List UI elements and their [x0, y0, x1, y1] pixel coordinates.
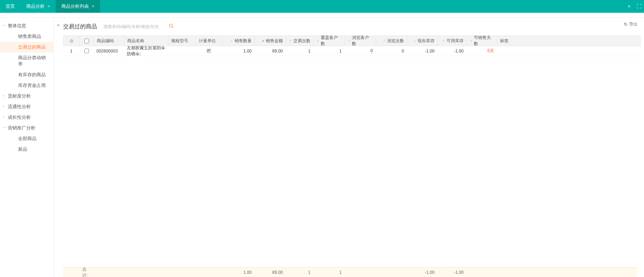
sidebar-item-label: 全部商品	[18, 136, 37, 141]
sidebar-item-traded-products[interactable]: 交易过的商品	[0, 42, 54, 52]
sort-icon: ▲▼	[413, 39, 416, 42]
header-label: 可销售天数	[474, 35, 494, 47]
column-header-customers[interactable]: ▲▼覆盖客户数	[314, 36, 345, 46]
sidebar-item-inventory-capital[interactable]: 库存资金占用	[0, 80, 54, 91]
tab-label: 商品分析	[26, 3, 45, 10]
sidebar-group-label: 流通性分析	[8, 104, 31, 110]
column-select-all[interactable]	[80, 36, 94, 46]
cell-avail: -1.00	[437, 46, 466, 56]
totals-views	[376, 267, 407, 277]
totals-qty: 1.00	[222, 267, 254, 277]
sort-icon: ▲▼	[348, 39, 351, 42]
cell-index: 1	[63, 46, 79, 56]
sidebar-item-all-products[interactable]: 全部商品	[0, 133, 54, 144]
sort-icon: ▲▼	[383, 39, 386, 42]
table-totals: 合计: 1.00 89.00 1 1 -1.00 -1.00	[63, 267, 637, 277]
column-header-name[interactable]: 商品名称	[124, 36, 168, 46]
sort-icon: ▲▼	[442, 39, 445, 42]
column-header-amount[interactable]: ▲▼销售金额	[255, 36, 286, 46]
select-all-checkbox[interactable]	[84, 39, 89, 43]
header-label: 商品编码	[97, 38, 114, 44]
gear-icon: ⚙	[69, 38, 74, 44]
search-input[interactable]	[103, 23, 167, 31]
sidebar-item-new-products[interactable]: 新品	[0, 144, 54, 155]
header-label: 覆盖客户数	[321, 35, 342, 47]
cell-views: 0	[376, 46, 407, 56]
cell-name: 左都胶囊五折遮阳伞防晒伞;	[124, 46, 168, 56]
cell-checkbox[interactable]	[79, 46, 94, 56]
sidebar-item-category-sales-rate[interactable]: 商品分类动销率	[0, 52, 54, 70]
sort-icon: ▲▼	[317, 39, 319, 42]
toolbar-spacer	[0, 13, 644, 18]
chevron-down-icon: ﹀	[3, 126, 6, 131]
page-title: 交易过的商品	[63, 23, 97, 31]
close-icon[interactable]: ×	[92, 4, 94, 9]
export-button[interactable]: ↻ 导出	[624, 21, 638, 27]
column-header-tag[interactable]: 标签	[497, 36, 640, 46]
sort-icon: ▲▼	[230, 39, 233, 42]
header-label: 标签	[500, 38, 509, 44]
tab-home[interactable]: 首页	[0, 0, 21, 13]
top-tab-bar: 首页 商品分析 × 商品分析列表 × × ⛶	[0, 0, 644, 13]
viewers-link[interactable]: 0	[370, 48, 373, 54]
sort-icon: ▲▼	[289, 39, 292, 42]
export-label: 导出	[629, 21, 638, 27]
totals-viewers	[345, 267, 376, 277]
tab-product-analysis[interactable]: 商品分析 ×	[21, 0, 56, 13]
page-header: 交易过的商品 ↻ 导出	[63, 21, 640, 33]
column-header-qty[interactable]: ▲▼销售数量	[222, 36, 255, 46]
sidebar-group-label: 整体信息	[8, 23, 26, 29]
totals-amount: 89.00	[254, 267, 286, 277]
search-box	[103, 23, 174, 31]
totals-deals: 1	[286, 267, 313, 277]
sidebar-group-contribution[interactable]: › 贡献度分析	[0, 91, 54, 101]
sidebar-collapse-button[interactable]: «	[54, 18, 63, 277]
fullscreen-icon[interactable]: ⛶	[634, 4, 644, 9]
row-checkbox[interactable]	[84, 49, 89, 53]
cell-viewers[interactable]: 0	[345, 46, 376, 56]
column-header-code[interactable]: 商品编码	[94, 36, 124, 46]
cell-customers: 1	[313, 46, 345, 56]
close-icon[interactable]: ×	[47, 4, 50, 9]
sidebar-group-label: 营销推广分析	[8, 125, 35, 131]
close-all-tabs-icon[interactable]: ×	[624, 4, 634, 9]
search-icon[interactable]	[169, 23, 174, 30]
tab-label: 商品分析列表	[61, 3, 89, 10]
totals-customers: 1	[313, 267, 345, 277]
cell-tag	[497, 46, 640, 56]
cell-unit: 把	[196, 46, 222, 56]
table-row[interactable]: 1 002600003 左都胶囊五折遮阳伞防晒伞; 把 1.00 89.00 1…	[63, 46, 640, 56]
sidebar-group-marketing[interactable]: ﹀ 营销推广分析	[0, 123, 54, 133]
sidebar-group-growth[interactable]: › 成长性分析	[0, 112, 54, 123]
column-header-deals[interactable]: ▲▼交易次数	[286, 36, 314, 46]
column-header-sell-days[interactable]: ▲▼可销售天数	[467, 36, 497, 46]
chevron-down-icon: ﹀	[3, 23, 6, 28]
sidebar-item-label: 有库存的商品	[18, 72, 46, 77]
cell-stock: -1.00	[407, 46, 437, 56]
cell-sell-days: 0天	[466, 46, 497, 56]
sidebar-item-label: 交易过的商品	[18, 44, 46, 50]
header-label: 规格型号	[171, 38, 188, 44]
header-label: 交易次数	[293, 38, 310, 44]
sidebar-item-sales-products[interactable]: 销售类商品	[0, 31, 54, 42]
sidebar-group-overview[interactable]: ﹀ 整体信息	[0, 21, 54, 31]
chevron-right-icon: ›	[3, 115, 4, 119]
sidebar-item-instock-products[interactable]: 有库存的商品	[0, 70, 54, 80]
column-header-unit[interactable]: 计量单位	[196, 36, 222, 46]
column-header-spec[interactable]: 规格型号	[168, 36, 196, 46]
cell-qty: 1.00	[222, 46, 254, 56]
column-header-viewers[interactable]: ▲▼浏览客户数	[345, 36, 376, 46]
column-settings[interactable]: ⚙	[63, 36, 80, 46]
totals-spacer	[94, 267, 124, 277]
header-label: 销售金额	[266, 38, 283, 44]
column-header-views[interactable]: ▲▼浏览次数	[376, 36, 407, 46]
sidebar: ﹀ 整体信息 销售类商品 交易过的商品 商品分类动销率 有库存的商品 库存资金占…	[0, 18, 54, 277]
chevron-right-icon: ›	[3, 104, 4, 108]
column-header-avail[interactable]: ▲▼可用库存	[438, 36, 467, 46]
tab-product-analysis-list[interactable]: 商品分析列表 ×	[56, 0, 100, 13]
sidebar-group-circulation[interactable]: › 流通性分析	[0, 101, 54, 112]
totals-tag	[497, 267, 637, 277]
totals-label: 合计:	[79, 267, 94, 277]
column-header-stock[interactable]: ▲▼现有库存	[407, 36, 438, 46]
collapse-icon: «	[57, 22, 60, 28]
